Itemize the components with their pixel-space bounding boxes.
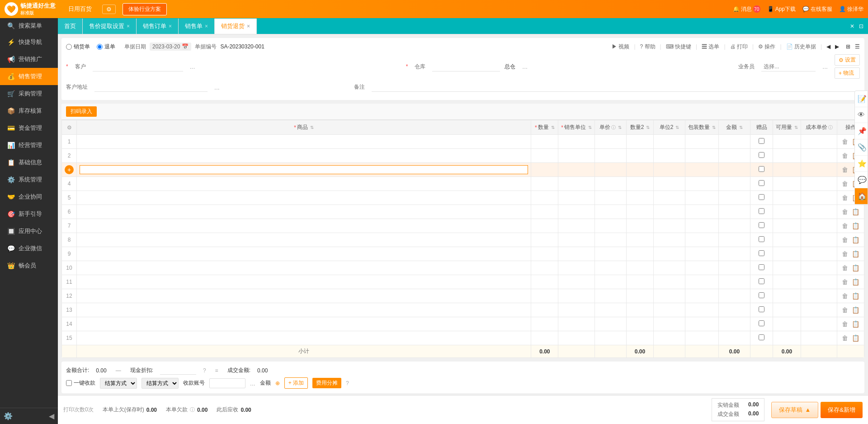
close-window-icon[interactable]: ✕ xyxy=(850,23,854,29)
gift-cell[interactable] xyxy=(750,149,773,163)
qty2-cell[interactable] xyxy=(627,163,654,177)
sidebar-item-guide[interactable]: 🎯 新手引导 xyxy=(0,205,58,223)
sidebar-item-marketing[interactable]: 📢 营销推广 xyxy=(0,51,58,68)
expand-icon[interactable]: ⊡ xyxy=(859,23,863,29)
history-btn[interactable]: 📄 历史单据 xyxy=(786,43,816,51)
product-cell[interactable] xyxy=(77,247,531,261)
unit2-sort-icon[interactable]: ⇅ xyxy=(675,125,679,130)
avail-cell[interactable] xyxy=(773,163,801,177)
cost-cell[interactable] xyxy=(801,135,837,149)
qty-cell[interactable] xyxy=(531,135,558,149)
settlement-select[interactable]: 结算方式 xyxy=(100,378,137,389)
copy-btn[interactable]: 📋 xyxy=(851,277,860,286)
radio-sale[interactable]: 销货单 xyxy=(66,43,90,51)
product-cell[interactable] xyxy=(77,275,531,289)
address-input[interactable] xyxy=(94,82,208,92)
save-draft-button[interactable]: 保存草稿 ▲ xyxy=(771,402,818,418)
tab-return-close[interactable]: × xyxy=(247,23,250,29)
one-click-checkbox[interactable]: 一键收款 xyxy=(66,379,95,387)
radio-return[interactable]: 退单 xyxy=(97,43,115,51)
col-unit2-header[interactable]: 单位2 ⇅ xyxy=(654,120,685,135)
fee-question-icon[interactable]: ? xyxy=(346,380,349,386)
next-icon[interactable]: ▶ xyxy=(835,43,839,50)
product-cell[interactable] xyxy=(77,149,531,163)
price-sort-icon[interactable]: ⇅ xyxy=(618,125,622,130)
right-sidebar-attach[interactable]: 📎 xyxy=(855,139,868,156)
copy-btn[interactable]: 📋 xyxy=(851,221,860,230)
product-cell[interactable] xyxy=(77,331,531,345)
col-unit-header[interactable]: * 销售单位 ⇅ xyxy=(558,120,595,135)
salesperson-input[interactable] xyxy=(761,62,816,71)
sidebar-item-cooperation[interactable]: 🤝 企业协同 xyxy=(0,188,58,205)
delete-btn[interactable]: 🗑 xyxy=(841,137,849,146)
delete-btn[interactable]: 🗑 xyxy=(841,193,849,202)
gift-cell[interactable] xyxy=(750,163,773,177)
amount-cell[interactable] xyxy=(719,149,750,163)
product-cell[interactable] xyxy=(77,317,531,331)
operate-btn[interactable]: ⚙ 操作 xyxy=(758,43,775,51)
gift-cell[interactable] xyxy=(750,135,773,149)
col-settings-header[interactable]: ⚙ xyxy=(62,120,77,135)
gift-checkbox[interactable] xyxy=(759,264,764,270)
warehouse-input[interactable] xyxy=(432,62,500,71)
tab-fullscreen-btn[interactable]: ✕ ⊡ xyxy=(845,19,868,33)
product-sort-icon[interactable]: ⇅ xyxy=(310,125,314,130)
add-payment-button[interactable]: + 添加 xyxy=(284,377,308,389)
gift-checkbox[interactable] xyxy=(759,208,764,214)
shortcut-btn[interactable]: ⌨ 快捷键 xyxy=(666,43,691,51)
price-cell[interactable] xyxy=(595,163,627,177)
col-cost-header[interactable]: 成本单价 ⓘ xyxy=(801,120,837,135)
unit-cell[interactable] xyxy=(558,149,595,163)
list-view-icon[interactable]: ☰ xyxy=(855,43,860,50)
tab-home[interactable]: 首页 xyxy=(58,19,83,34)
copy-btn[interactable]: 📋 xyxy=(851,207,860,216)
prev-icon[interactable]: ◀ xyxy=(826,43,830,50)
pkgqty-cell[interactable] xyxy=(685,149,719,163)
delete-btn[interactable]: 🗑 xyxy=(841,277,849,286)
video-btn[interactable]: ▶ 视频 xyxy=(612,43,629,51)
product-cell[interactable] xyxy=(77,135,531,149)
cost-cell[interactable] xyxy=(801,163,837,177)
unit-cell[interactable] xyxy=(558,135,595,149)
sidebar-item-apps[interactable]: 🔲 应用中心 xyxy=(0,223,58,240)
add-row-button[interactable]: + xyxy=(65,165,74,174)
sidebar-item-member[interactable]: 👑 畅会员 xyxy=(0,257,58,274)
avail-cell[interactable] xyxy=(773,135,801,149)
product-cell[interactable] xyxy=(77,177,531,191)
col-avail-header[interactable]: 可用量 ⇅ xyxy=(773,120,801,135)
help-btn[interactable]: ? 帮助 xyxy=(640,43,656,51)
avail-cell[interactable] xyxy=(773,149,801,163)
sidebar-item-purchase[interactable]: 🛒 采购管理 xyxy=(0,85,58,102)
settings-button[interactable]: ⚙ 设置 xyxy=(835,54,860,66)
radio-sale-input[interactable] xyxy=(66,44,72,50)
message-btn[interactable]: 🔔 消息 70 xyxy=(733,5,760,13)
gift-checkbox[interactable] xyxy=(759,278,764,284)
sidebar-item-base[interactable]: 📋 基础信息 xyxy=(0,154,58,171)
tab-price[interactable]: 售价提取设置 × xyxy=(83,19,137,34)
sidebar-collapse-btn[interactable]: ◀ xyxy=(49,412,54,420)
col-amount-header[interactable]: 金额 ⇅ xyxy=(719,120,750,135)
gift-checkbox[interactable] xyxy=(759,180,764,186)
sidebar-item-finance[interactable]: 💳 资金管理 xyxy=(0,119,58,137)
scan-button[interactable]: 扫码录入 xyxy=(66,106,97,117)
qty-cell[interactable] xyxy=(531,163,558,177)
sidebar-item-inventory[interactable]: 📦 库存核算 xyxy=(0,102,58,119)
calendar-icon[interactable]: 📅 xyxy=(182,43,189,50)
customer-picker[interactable]: ... xyxy=(190,63,195,70)
sidebar-settings-btn[interactable]: ⚙️ xyxy=(4,412,13,420)
copy-btn[interactable]: 📋 xyxy=(851,235,860,244)
price-info-icon[interactable]: ⓘ xyxy=(611,124,616,131)
right-sidebar-star[interactable]: ⭐ xyxy=(855,156,868,172)
nav-daily[interactable]: 日用百货 xyxy=(65,3,95,15)
amount-sort-icon[interactable]: ⇅ xyxy=(739,125,743,130)
product-cell[interactable] xyxy=(77,303,531,317)
right-sidebar-home[interactable]: 🏠 xyxy=(855,188,868,205)
cost-info-icon[interactable]: ⓘ xyxy=(828,124,833,131)
gift-checkbox[interactable] xyxy=(759,194,764,200)
delete-btn[interactable]: 🗑 xyxy=(841,249,849,258)
delete-btn[interactable]: 🗑 xyxy=(841,207,849,216)
pkgqty-cell[interactable] xyxy=(685,135,719,149)
col-gift-header[interactable]: 赠品 xyxy=(750,120,773,135)
product-cell[interactable] xyxy=(77,191,531,205)
online-support-btn[interactable]: 💬 在线客服 xyxy=(802,5,832,13)
